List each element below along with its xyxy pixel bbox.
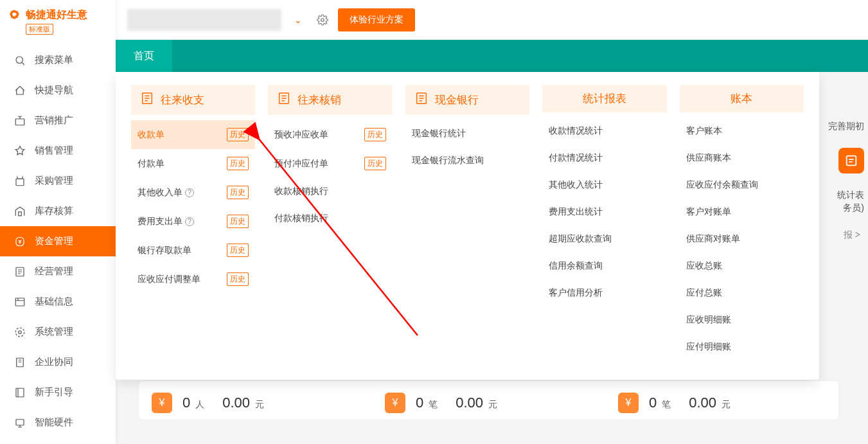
stat-values: 0笔0.00元 — [649, 395, 731, 411]
promo-icon — [14, 115, 26, 127]
mega-item[interactable]: 付款单历史 — [131, 149, 255, 178]
coin-icon: ¥ — [385, 393, 405, 413]
sidebar-item-ops[interactable]: 经营管理 — [0, 256, 116, 287]
mega-item[interactable]: 应收总账 — [680, 253, 804, 280]
sidebar-item-system[interactable]: 系统管理 — [0, 317, 116, 347]
mega-item-label: 应收明细账 — [686, 314, 731, 326]
svg-rect-2 — [16, 179, 24, 186]
mega-item[interactable]: 信用余额查询 — [542, 253, 666, 280]
sidebar-item-collab[interactable]: 企业协同 — [0, 347, 116, 377]
history-tag[interactable]: 历史 — [227, 128, 249, 141]
sidebar-item-label: 新手引导 — [35, 386, 73, 398]
mega-item-label: 信用余额查询 — [549, 260, 603, 272]
sidebar-item-quicknav[interactable]: 快捷导航 — [0, 75, 116, 105]
mega-item-label: 付款核销执行 — [274, 213, 328, 224]
mega-item[interactable]: 其他收入单?历史 — [131, 178, 255, 207]
history-tag[interactable]: 历史 — [227, 215, 249, 228]
mega-item[interactable]: 收款单历史 — [131, 120, 255, 149]
sidebar-item-purchase[interactable]: 采购管理 — [0, 166, 116, 196]
mega-list: 现金银行统计现金银行流水查询 — [405, 120, 529, 174]
help-icon[interactable]: ? — [185, 188, 194, 197]
sidebar-item-hardware[interactable]: 智能硬件 — [0, 407, 116, 438]
stat-card: ¥0笔0.00元 — [385, 393, 592, 413]
hint-text-2b: 务员) — [837, 202, 864, 215]
mega-column-header: 现金银行 — [405, 85, 529, 115]
hardware-icon — [14, 417, 26, 429]
brand-edition: 标准版 — [26, 24, 53, 35]
stat-count: 0 — [182, 395, 190, 411]
mega-item[interactable]: 收款情况统计 — [542, 118, 666, 145]
mega-item[interactable]: 客户信用分析 — [542, 280, 666, 306]
mega-item[interactable]: 预付冲应付单历史 — [268, 149, 392, 178]
mega-panel: 往来收支收款单历史付款单历史其他收入单?历史费用支出单?历史银行存取款单历史应收… — [116, 72, 819, 380]
mega-item-label: 其他收入统计 — [549, 179, 603, 191]
org-selector[interactable] — [127, 9, 281, 31]
sidebar-item-search[interactable]: 搜索菜单 — [0, 45, 116, 75]
mega-item[interactable]: 应付总账 — [680, 280, 804, 306]
stat-count: 0 — [649, 395, 657, 411]
chevron-down-icon[interactable]: ⌄ — [289, 15, 307, 25]
document-icon — [140, 91, 154, 109]
sidebar-item-label: 库存核算 — [35, 205, 73, 217]
basic-icon — [14, 296, 26, 308]
mega-item[interactable]: 收款核销执行 — [268, 178, 392, 205]
mega-column: 账本客户账本供应商账本应收应付余额查询客户对账单供应商对账单应收总账应付总账应收… — [680, 85, 804, 360]
mega-item[interactable]: 超期应收款查询 — [542, 226, 666, 253]
mega-item[interactable]: 其他收入统计 — [542, 172, 666, 199]
document-icon — [414, 91, 429, 109]
tab-home[interactable]: 首页 — [116, 40, 172, 72]
mega-list: 收款单历史付款单历史其他收入单?历史费用支出单?历史银行存取款单历史应收应付调整… — [131, 120, 255, 294]
mega-item[interactable]: 银行存取款单历史 — [131, 236, 255, 265]
hint-badge-icon[interactable] — [838, 148, 864, 173]
mega-item-label: 供应商对账单 — [686, 233, 740, 245]
sidebar-item-stock[interactable]: 库存核算 — [0, 196, 116, 226]
mega-item[interactable]: 付款情况统计 — [542, 145, 666, 172]
purchase-icon — [14, 175, 26, 187]
mega-item[interactable]: 应付明细账 — [680, 333, 804, 360]
mega-item[interactable]: 费用支出单?历史 — [131, 207, 255, 236]
mega-item-label: 费用支出统计 — [549, 206, 603, 218]
mega-item[interactable]: 应收明细账 — [680, 306, 804, 333]
mega-item[interactable]: 供应商对账单 — [680, 226, 804, 253]
history-tag[interactable]: 历史 — [227, 244, 249, 257]
sidebar-item-sales[interactable]: 销售管理 — [0, 136, 116, 166]
history-tag[interactable]: 历史 — [364, 128, 386, 141]
stat-count: 0 — [416, 395, 423, 411]
stat-amount: 0.00 — [689, 395, 716, 411]
help-icon[interactable]: ? — [185, 217, 194, 226]
mega-item[interactable]: 现金银行统计 — [405, 120, 529, 147]
sidebar-item-label: 资金管理 — [35, 235, 73, 247]
history-tag[interactable]: 历史 — [227, 157, 249, 170]
mega-item-label: 付款单 — [137, 158, 164, 170]
history-tag[interactable]: 历史 — [227, 186, 249, 199]
mega-item[interactable]: 费用支出统计 — [542, 199, 666, 226]
history-tag[interactable]: 历史 — [227, 272, 249, 286]
mega-item-label: 应收应付调整单 — [137, 274, 200, 285]
mega-column-header: 账本 — [680, 85, 804, 112]
svg-rect-5 — [15, 298, 24, 306]
brand-logo-icon: ⭘ — [8, 6, 22, 23]
document-icon — [277, 91, 291, 109]
mega-item[interactable]: 付款核销执行 — [268, 205, 392, 232]
history-tag[interactable]: 历史 — [364, 157, 386, 170]
sidebar-item-guide[interactable]: 新手引导 — [0, 377, 116, 407]
cta-button[interactable]: 体验行业方案 — [338, 8, 415, 31]
gear-icon[interactable] — [315, 12, 330, 28]
mega-column-title: 往来核销 — [297, 93, 341, 107]
mega-column-header: 统计报表 — [542, 85, 666, 112]
mega-item[interactable]: 供应商账本 — [680, 145, 804, 172]
mega-item[interactable]: 现金银行流水查询 — [405, 147, 529, 174]
coin-icon: ¥ — [618, 393, 639, 413]
mega-item[interactable]: 客户对账单 — [680, 199, 804, 226]
mega-item[interactable]: 预收冲应收单历史 — [268, 120, 392, 149]
sidebar-item-basic[interactable]: 基础信息 — [0, 287, 116, 317]
mega-item[interactable]: 客户账本 — [680, 118, 804, 145]
svg-point-0 — [16, 57, 23, 64]
mega-item[interactable]: 应收应付调整单历史 — [131, 265, 255, 294]
funds-icon — [14, 236, 26, 247]
hint-more[interactable]: 报 > — [844, 229, 864, 241]
sidebar-item-funds[interactable]: 资金管理 — [0, 226, 116, 256]
sidebar-item-promo[interactable]: 营销推广 — [0, 105, 116, 136]
mega-item[interactable]: 应收应付余额查询 — [680, 172, 804, 199]
svg-point-7 — [19, 330, 22, 333]
